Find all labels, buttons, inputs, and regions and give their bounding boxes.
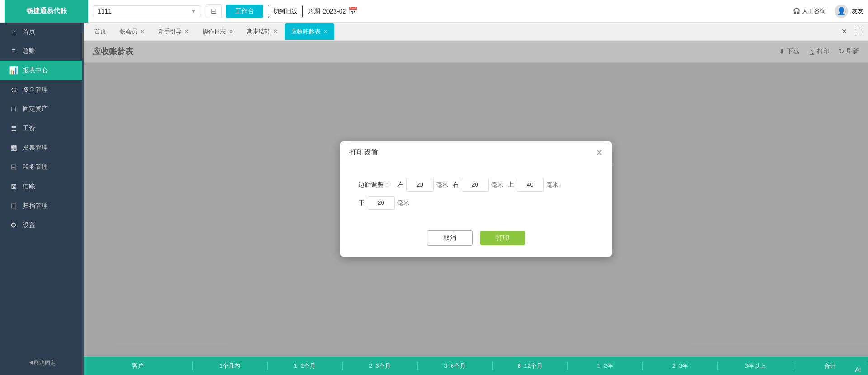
tab-period-end[interactable]: 期末结转✕ — [241, 23, 284, 40]
page-area: 应收账龄表 ⬇ 下载 🖨 打印 ↻ 刷新 — [84, 41, 868, 357]
tab-close-member[interactable]: ✕ — [140, 28, 145, 35]
sidebar-label-salary: 工资 — [23, 124, 35, 132]
sidebar-label-home: 首页 — [23, 28, 35, 36]
left-margin-group: 左 毫米 — [397, 178, 448, 192]
tab-close-aging[interactable]: ✕ — [323, 28, 328, 35]
tab-guide[interactable]: 新手引导✕ — [152, 23, 195, 40]
top-header: 畅捷通易代账 1111 ▼ ⊟ 工作台 切到旧版 账期 2023-02 📅 🎧 … — [0, 0, 868, 23]
company-name: 1111 — [98, 8, 187, 15]
sidebar-label-settings: 设置 — [23, 221, 35, 230]
invoice-icon: ▦ — [9, 143, 18, 152]
logo-text: 畅捷通易代账 — [26, 7, 67, 15]
table-footer: 客户1个月内1~2个月2~3个月3~6个月6~12个月1~2年2~3年3年以上合… — [84, 357, 868, 375]
period-value: 2023-02 — [323, 8, 346, 15]
tab-bar-right: ✕ ⛶ — [840, 25, 863, 38]
right-margin-group: 右 毫米 — [453, 178, 503, 192]
archive-icon: ⊟ — [9, 202, 18, 210]
tab-label-aging: 应收账龄表 — [291, 28, 321, 36]
header-right: 🎧 人工咨询 👤 友友 — [793, 5, 863, 18]
cancel-button[interactable]: 取消 — [427, 230, 473, 246]
ledger-icon: ≡ — [9, 47, 18, 55]
user-area[interactable]: 👤 友友 — [835, 5, 863, 18]
sidebar-item-ledger[interactable]: ≡总账 — [0, 42, 84, 61]
tab-label-guide: 新手引导 — [158, 28, 182, 36]
service-button[interactable]: 🎧 人工咨询 — [793, 7, 826, 15]
sidebar: ⌂首页≡总账📊报表中心⊙资金管理□固定资产≣工资▦发票管理⊞税务管理⊠结账⊟归档… — [0, 23, 84, 375]
copy-button[interactable]: ⊟ — [206, 4, 222, 18]
margin-label: 边距调整： — [359, 181, 390, 189]
bottom-margin-input[interactable] — [368, 196, 395, 210]
tab-close-period-end[interactable]: ✕ — [273, 28, 278, 35]
top-margin-input[interactable] — [517, 178, 544, 192]
sidebar-label-invoice: 发票管理 — [23, 144, 48, 152]
sidebar-item-archive[interactable]: ⊟归档管理 — [0, 196, 84, 216]
calendar-icon[interactable]: 📅 — [349, 7, 358, 15]
salary-icon: ≣ — [9, 124, 18, 132]
top-label: 上 — [508, 181, 514, 189]
footer-col-3: 2~3个月 — [343, 362, 418, 370]
headset-icon: 🎧 — [793, 8, 800, 14]
tab-close-oplog[interactable]: ✕ — [229, 28, 233, 35]
tab-label-oplog: 操作日志 — [203, 28, 226, 36]
tab-oplog[interactable]: 操作日志✕ — [196, 23, 240, 40]
modal-overlay: 打印设置 ✕ 边距调整： 左 毫米 右 — [84, 41, 868, 357]
sidebar-item-assets[interactable]: □固定资产 — [0, 99, 84, 118]
tab-home[interactable]: 首页 — [88, 23, 113, 40]
sidebar-item-invoice[interactable]: ▦发票管理 — [0, 138, 84, 157]
settings-icon: ⚙ — [9, 221, 18, 230]
home-icon: ⌂ — [9, 28, 18, 36]
modal-header: 打印设置 ✕ — [340, 141, 612, 164]
tab-bar: 首页畅会员✕新手引导✕操作日志✕期末结转✕应收账龄表✕ ✕ ⛶ — [84, 23, 868, 41]
modal-print-button[interactable]: 打印 — [480, 231, 525, 245]
sidebar-item-reports[interactable]: 📊报表中心 — [0, 61, 84, 80]
workbench-button[interactable]: 工作台 — [226, 5, 263, 18]
tab-label-period-end: 期末结转 — [247, 28, 270, 36]
tab-member[interactable]: 畅会员✕ — [113, 23, 151, 40]
modal-close-button[interactable]: ✕ — [596, 148, 603, 158]
main-layout: ⌂首页≡总账📊报表中心⊙资金管理□固定资产≣工资▦发票管理⊞税务管理⊠结账⊟归档… — [0, 23, 868, 375]
switch-version-button[interactable]: 切到旧版 — [268, 5, 303, 18]
left-margin-input[interactable] — [406, 178, 434, 192]
modal-body: 边距调整： 左 毫米 右 毫米 — [340, 164, 612, 223]
sidebar-item-tax[interactable]: ⊞税务管理 — [0, 157, 84, 177]
right-unit: 毫米 — [491, 181, 503, 189]
service-label: 人工咨询 — [802, 7, 826, 15]
sidebar-item-closing[interactable]: ⊠结账 — [0, 177, 84, 196]
company-selector[interactable]: 1111 ▼ — [93, 5, 201, 17]
logo: 畅捷通易代账 — [5, 0, 88, 23]
sidebar-item-settings[interactable]: ⚙设置 — [0, 216, 84, 235]
maximize-window-button[interactable]: ⛶ — [853, 26, 863, 38]
footer-col-0: 客户 — [84, 362, 193, 370]
sidebar-item-home[interactable]: ⌂首页 — [0, 23, 84, 42]
footer-col-5: 6~12个月 — [493, 362, 568, 370]
user-name: 友友 — [852, 7, 863, 15]
sidebar-label-ledger: 总账 — [23, 47, 35, 55]
top-margin-group: 上 毫米 — [508, 178, 558, 192]
close-window-button[interactable]: ✕ — [840, 25, 849, 38]
left-unit: 毫米 — [436, 181, 448, 189]
sidebar-collapse-button[interactable]: ◀取消固定 — [0, 356, 84, 370]
collapse-label: ◀取消固定 — [28, 359, 56, 367]
tab-close-guide[interactable]: ✕ — [184, 28, 189, 35]
tab-aging[interactable]: 应收账龄表✕ — [285, 23, 334, 40]
funds-icon: ⊙ — [9, 85, 18, 94]
sidebar-label-assets: 固定资产 — [23, 105, 48, 113]
top-unit: 毫米 — [547, 181, 558, 189]
user-avatar: 👤 — [835, 5, 848, 18]
right-margin-input[interactable] — [462, 178, 489, 192]
main-content: 首页畅会员✕新手引导✕操作日志✕期末结转✕应收账龄表✕ ✕ ⛶ 应收账龄表 ⬇ … — [84, 23, 868, 375]
ai-badge[interactable]: Ai — [848, 364, 868, 375]
footer-col-6: 1~2年 — [568, 362, 643, 370]
ai-badge-text: Ai — [855, 366, 861, 373]
period-label: 账期 — [307, 7, 320, 15]
sidebar-item-funds[interactable]: ⊙资金管理 — [0, 80, 84, 99]
period-area: 账期 2023-02 📅 — [307, 7, 358, 15]
tab-label-home: 首页 — [94, 28, 106, 36]
footer-col-7: 2~3年 — [643, 362, 718, 370]
sidebar-item-salary[interactable]: ≣工资 — [0, 118, 84, 138]
sidebar-label-closing: 结账 — [23, 183, 35, 191]
closing-icon: ⊠ — [9, 182, 18, 191]
assets-icon: □ — [9, 105, 18, 113]
modal-title: 打印设置 — [349, 148, 378, 157]
footer-col-4: 3~6个月 — [418, 362, 493, 370]
